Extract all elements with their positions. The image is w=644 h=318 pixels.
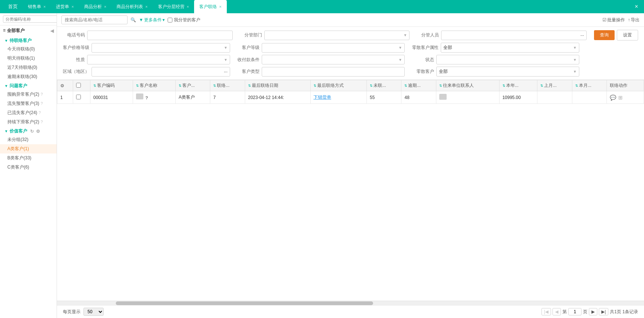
sidebar-item-7days[interactable]: 近7天待联络(0) <box>0 63 57 72</box>
col-uncontacted[interactable]: ⇅未联... <box>367 80 401 91</box>
query-button[interactable]: 查询 <box>594 30 615 40</box>
close-purchase-tab[interactable]: × <box>71 4 74 9</box>
export-btn[interactable]: ↑ 导出 <box>628 17 640 23</box>
nav-home[interactable]: 首页 <box>3 0 23 13</box>
col-name[interactable]: ⇅客户名称 <box>133 80 175 91</box>
next-page-btn[interactable]: ▶ <box>589 308 597 315</box>
person-select[interactable]: ··· <box>441 31 587 40</box>
sidebar-item-c-class[interactable]: C类客户(6) <box>0 163 57 172</box>
region-label: 区域（地区） <box>63 68 89 75</box>
col-customer-type[interactable]: ⇅客户... <box>175 80 210 91</box>
batch-icon: ☑ <box>602 17 607 22</box>
nav-sales[interactable]: 销售单 × <box>23 0 51 13</box>
help-icon-3[interactable]: ? <box>39 111 41 115</box>
col-last-month[interactable]: ⇅上月... <box>537 80 572 91</box>
sidebar-item-declining[interactable]: 持续下滑客户(2) ? <box>0 117 57 127</box>
person-dots: ··· <box>580 33 584 38</box>
all-customers-header[interactable]: ⠿ 全部客户 ◀ <box>0 25 57 36</box>
nature-select[interactable]: ▼ <box>87 55 230 64</box>
message-icon[interactable]: 💬 <box>610 95 616 100</box>
refresh-icon[interactable]: ↻ <box>30 129 34 134</box>
col-settings[interactable]: ⚙ <box>57 80 73 91</box>
main-search-input[interactable] <box>61 15 128 24</box>
group-arrow-1: ▼ <box>4 39 8 43</box>
settings-value-icon[interactable]: ⚙ <box>36 129 40 134</box>
close-all-tabs[interactable]: × <box>632 3 641 10</box>
row-select-checkbox[interactable] <box>76 95 81 99</box>
more-filters-btn[interactable]: ▼ 更多条件 ▾ <box>139 17 165 23</box>
group-problem-customers[interactable]: ▼ 问题客户 <box>0 81 57 90</box>
status-label: 状态 <box>412 57 434 63</box>
retail-attr-select[interactable]: 全部 ▼ <box>441 43 579 53</box>
help-icon-2[interactable]: ? <box>41 102 43 106</box>
sidebar-item-hoard-anomaly[interactable]: 囤购异常客户(2) ? <box>0 90 57 99</box>
sidebar-item-unclassified[interactable]: 未分组(32) <box>0 135 57 144</box>
col-checkbox[interactable] <box>73 80 90 91</box>
col-this-year[interactable]: ⇅本年... <box>499 80 537 91</box>
col-last-method[interactable]: ⇅最后联络方式 <box>310 80 366 91</box>
my-customers-checkbox-area[interactable]: 我分管的客户 <box>168 17 200 23</box>
status-select[interactable]: ▼ <box>436 55 579 64</box>
col-last-date[interactable]: ⇅最后联络日期 <box>245 80 310 91</box>
price-level-select[interactable]: ▼ <box>92 43 230 53</box>
phone-input[interactable] <box>87 31 233 40</box>
row-this-year: 10995.00 <box>499 91 537 104</box>
region-select[interactable]: ··· <box>92 67 230 77</box>
col-contact-count[interactable]: ⇅联络... <box>210 80 245 91</box>
sidebar-item-b-class[interactable]: B类客户(33) <box>0 153 57 163</box>
main-search-icon[interactable]: 🔍 <box>130 17 136 22</box>
collapse-sidebar-btn[interactable]: ◀ <box>50 28 54 33</box>
help-icon-1[interactable]: ? <box>41 92 43 96</box>
close-product-analysis-tab[interactable]: × <box>104 4 106 9</box>
sidebar-search-input[interactable] <box>3 15 57 23</box>
prev-page-btn[interactable]: ◀ <box>552 308 561 315</box>
nav-product-analysis[interactable]: 商品分析 × <box>79 0 111 13</box>
dept-select[interactable]: ▼ <box>264 31 410 40</box>
settings-button[interactable]: 设置 <box>617 30 638 40</box>
sidebar-item-churned[interactable]: 已流失客户(24) ? <box>0 108 57 117</box>
nature-label: 性质 <box>63 57 85 63</box>
group-value-customers[interactable]: ▼ 价值客户 ↻ ⚙ <box>0 127 57 135</box>
close-segment-tab[interactable]: × <box>187 4 189 9</box>
page-number-input[interactable] <box>568 308 582 315</box>
close-product-list-tab[interactable]: × <box>145 4 147 9</box>
grid-icon: ⠿ <box>3 29 6 33</box>
last-page-btn[interactable]: ▶| <box>599 308 608 315</box>
col-overdue[interactable]: ⇅逾期... <box>401 80 436 91</box>
customer-table: ⚙ ⇅客户编码 ⇅客户名称 ⇅客户... ⇅联络... ⇅最后联络日期 ⇅最后联… <box>57 80 644 104</box>
last-method-link[interactable]: 下销货单 <box>314 95 331 100</box>
col-code[interactable]: ⇅客户编码 <box>90 80 133 91</box>
my-customers-checkbox[interactable] <box>168 18 172 22</box>
col-unit-contact[interactable]: ⇅往来单位联系人 <box>436 80 499 91</box>
group-pending-contact[interactable]: ▼ 待联络客户 <box>0 36 57 45</box>
sidebar-item-overdue[interactable]: 逾期未联络(30) <box>0 72 57 81</box>
select-all-checkbox[interactable] <box>76 83 81 88</box>
payment-select[interactable]: ▼ <box>262 55 405 64</box>
sidebar-item-tomorrow[interactable]: 明天待联络(1) <box>0 54 57 63</box>
nav-purchase[interactable]: 进货单 × <box>51 0 79 13</box>
first-page-btn[interactable]: |◀ <box>541 308 551 315</box>
customer-level-select[interactable]: ▼ <box>262 43 405 53</box>
retail-customer-select[interactable]: 全部 ▼ <box>436 67 579 77</box>
my-customers-label: 我分管的客户 <box>174 17 200 23</box>
col-this-month[interactable]: ⇅本月... <box>572 80 607 91</box>
batch-op-btn[interactable]: ☑ 批量操作 <box>602 17 625 23</box>
close-sales-tab[interactable]: × <box>43 4 46 9</box>
scrollbar-thumb[interactable] <box>116 301 373 305</box>
row-last-method[interactable]: 下销货单 <box>310 91 366 104</box>
nav-customer-contact[interactable]: 客户联络 × <box>194 0 226 13</box>
customer-type-select[interactable] <box>262 67 405 77</box>
nav-customer-segment[interactable]: 客户分层经营 × <box>153 0 194 13</box>
close-contact-tab[interactable]: × <box>219 4 221 9</box>
filter-bar: 🔍 ▼ 更多条件 ▾ 我分管的客户 ☑ 批量操作 ↑ 导出 <box>57 13 644 27</box>
nav-product-analysis-list[interactable]: 商品分析列表 × <box>111 0 153 13</box>
help-icon-4[interactable]: ? <box>41 120 43 124</box>
row-checkbox[interactable] <box>73 91 90 104</box>
qr-icon[interactable]: ⊞ <box>618 95 623 100</box>
page-size-select[interactable]: 20 50 100 <box>83 308 104 316</box>
sidebar-item-today[interactable]: 今天待联络(0) <box>0 45 57 54</box>
sidebar-item-churn-warning[interactable]: 流失预警客户(3) ? <box>0 99 57 108</box>
horizontal-scrollbar[interactable] <box>57 301 644 305</box>
row-code: 000031 <box>90 91 133 104</box>
sidebar-item-a-class[interactable]: A类客户(1) <box>0 144 57 153</box>
